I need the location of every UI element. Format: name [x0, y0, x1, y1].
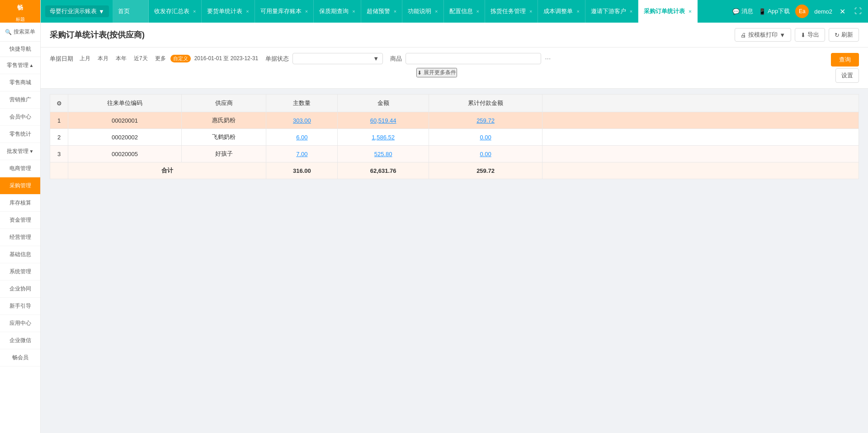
col-paid: 累计付款金额	[429, 95, 542, 112]
tab-close-icon[interactable]: ×	[435, 9, 438, 14]
tab-close-icon[interactable]: ×	[352, 9, 355, 14]
col-supplier: 供应商	[181, 95, 266, 112]
sidebar-item-newbie[interactable]: 新手引导	[0, 298, 40, 315]
row-qty[interactable]: 6.00	[266, 129, 338, 146]
row-paid[interactable]: 0.00	[429, 146, 542, 162]
refresh-button[interactable]: ↻ 刷新	[829, 28, 859, 42]
sidebar-item-retail[interactable]: 零售管理 ▲	[0, 57, 40, 74]
download-icon: 📱	[759, 8, 766, 15]
tab-stock-book[interactable]: 可用量库存账本 ×	[255, 0, 314, 23]
expand-button[interactable]: ⬇ 展开更多条件	[416, 68, 457, 77]
sidebar-item-inventory[interactable]: 库存核算	[0, 195, 40, 212]
table-row[interactable]: 2 00020002 飞鹤奶粉 6.00 1,586.52 0.00	[50, 129, 859, 146]
date-shortcuts: 上月 本月 本年 近7天 更多 自定义	[77, 54, 191, 63]
sidebar-item-wholesale[interactable]: 批发管理 ▼	[0, 143, 40, 160]
expand-row: ⬇ 展开更多条件	[50, 68, 824, 77]
row-code: 00020001	[68, 112, 182, 129]
tab-receive[interactable]: 收发存汇总表 ×	[149, 0, 202, 23]
date-this-year[interactable]: 本年	[113, 54, 129, 63]
tab-cost-adj[interactable]: 成本调整单 ×	[538, 0, 585, 23]
sidebar-item-ops[interactable]: 经营管理	[0, 229, 40, 246]
sidebar-item-finance[interactable]: 资金管理	[0, 212, 40, 229]
tab-close-icon[interactable]: ×	[529, 9, 532, 14]
workspace-dropdown[interactable]: 母婴行业演示账表 ▼	[45, 5, 109, 17]
table-header: ⚙ 往来单位编码 供应商 主数量 金额 累计付款金额	[50, 95, 859, 112]
status-select[interactable]: ▼	[292, 53, 383, 64]
row-amount[interactable]: 1,586.52	[338, 129, 429, 146]
tab-close-icon[interactable]: ×	[630, 9, 632, 14]
footer-extra	[542, 162, 859, 179]
more-options-icon[interactable]: ···	[545, 55, 551, 63]
tab-close-icon[interactable]: ×	[193, 9, 196, 14]
window-expand-button[interactable]: ⛶	[853, 5, 863, 17]
sidebar-item-ecommerce[interactable]: 电商管理	[0, 160, 40, 177]
sidebar-item-basic[interactable]: 基础信息	[0, 246, 40, 263]
tab-invite[interactable]: 邀请下游客户 ×	[585, 0, 638, 23]
row-qty[interactable]: 303.00	[266, 112, 338, 129]
message-button[interactable]: 💬 消息	[732, 7, 753, 15]
logo[interactable]: 畅 标题	[0, 0, 40, 23]
sidebar-item-purchase[interactable]: 采购管理	[0, 177, 40, 195]
row-amount[interactable]: 525.80	[338, 146, 429, 162]
column-settings-icon[interactable]: ⚙	[57, 100, 62, 107]
sidebar-item-retail-shop[interactable]: 零售商城	[0, 74, 40, 91]
app-download-button[interactable]: 📱 App下载	[759, 7, 790, 15]
quick-nav-button[interactable]: 快捷导航	[9, 45, 31, 53]
tab-home[interactable]: 首页	[113, 0, 149, 23]
row-paid[interactable]: 259.72	[429, 112, 542, 129]
footer-qty: 316.00	[266, 162, 338, 179]
tab-overstock[interactable]: 超储预警 ×	[361, 0, 402, 23]
goods-input[interactable]	[406, 53, 541, 64]
row-qty[interactable]: 7.00	[266, 146, 338, 162]
date-7days[interactable]: 近7天	[131, 54, 151, 63]
tab-close-icon[interactable]: ×	[576, 9, 579, 14]
settings-button[interactable]: 设置	[835, 68, 859, 83]
sidebar-item-app-center[interactable]: 应用中心	[0, 315, 40, 332]
sidebar-item-marketing[interactable]: 营销推广	[0, 91, 40, 109]
refresh-icon: ↻	[835, 32, 840, 38]
tab-order-stats[interactable]: 要货单统计表 ×	[202, 0, 255, 23]
tab-close-icon[interactable]: ×	[246, 9, 249, 14]
sidebar-item-collab[interactable]: 企业协同	[0, 281, 40, 298]
query-button[interactable]: 查询	[831, 53, 859, 67]
search-menu-button[interactable]: 🔍 搜索菜单	[3, 26, 38, 38]
row-paid[interactable]: 0.00	[429, 129, 542, 146]
sidebar-item-retail-stats[interactable]: 零售统计	[0, 126, 40, 143]
page-header: 采购订单统计表(按供应商) 🖨 按模板打印 ▼ ⬇ 导出 ↻ 刷新	[41, 23, 868, 48]
window-close-button[interactable]: ✕	[838, 5, 847, 18]
row-code: 00020005	[68, 146, 182, 162]
custom-badge: 自定义	[170, 55, 191, 62]
sidebar-item-wechat[interactable]: 企业微信	[0, 332, 40, 349]
tab-expiry[interactable]: 保质期查询 ×	[314, 0, 361, 23]
date-last-month[interactable]: 上月	[77, 54, 93, 63]
row-extra	[542, 129, 859, 146]
tab-close-icon[interactable]: ×	[689, 9, 691, 14]
user-avatar[interactable]: Ea	[795, 5, 809, 18]
print-button[interactable]: 🖨 按模板打印 ▼	[735, 28, 791, 42]
row-amount[interactable]: 60,519.44	[338, 112, 429, 129]
sidebar-item-system[interactable]: 系统管理	[0, 263, 40, 281]
footer-amount: 62,631.76	[338, 162, 429, 179]
tab-config[interactable]: 配置信息 ×	[444, 0, 485, 23]
date-more[interactable]: 更多	[152, 54, 169, 63]
tab-pick-task[interactable]: 拣货任务管理 ×	[485, 0, 538, 23]
export-button[interactable]: ⬇ 导出	[795, 28, 825, 42]
chevron-icon: ▲	[29, 63, 34, 68]
table-row[interactable]: 1 00020001 惠氏奶粉 303.00 60,519.44 259.72	[50, 112, 859, 129]
col-empty	[542, 95, 859, 112]
table-row[interactable]: 3 00020005 好孩子 7.00 525.80 0.00	[50, 146, 859, 162]
table-area: ⚙ 往来单位编码 供应商 主数量 金额 累计付款金额 1 00020001	[41, 89, 868, 433]
logo-icon: 畅	[11, 0, 29, 15]
tab-func-desc[interactable]: 功能说明 ×	[402, 0, 443, 23]
tab-purchase-stats[interactable]: 采购订单统计表 ×	[638, 0, 697, 23]
row-code: 00020002	[68, 129, 182, 146]
sidebar-item-member[interactable]: 会员中心	[0, 109, 40, 126]
tab-close-icon[interactable]: ×	[305, 9, 308, 14]
date-this-month[interactable]: 本月	[95, 54, 111, 63]
svg-text:畅: 畅	[17, 4, 23, 11]
message-icon: 💬	[732, 8, 740, 15]
status-filter: 单据状态 ▼	[265, 53, 383, 64]
sidebar-item-vip[interactable]: 畅会员	[0, 349, 40, 366]
tab-close-icon[interactable]: ×	[476, 9, 479, 14]
tab-close-icon[interactable]: ×	[394, 9, 396, 14]
